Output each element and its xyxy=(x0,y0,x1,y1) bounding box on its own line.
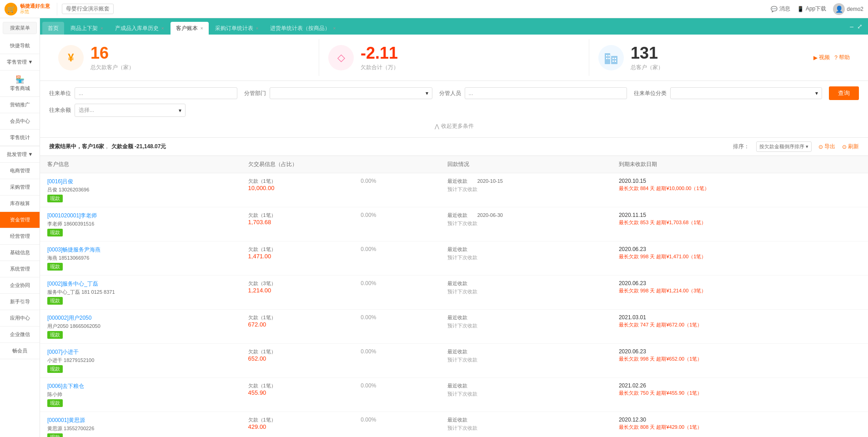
card-label-total-debt: 欠款合计（万） xyxy=(361,64,399,71)
sidebar-item-finance[interactable]: 资金管理 xyxy=(0,212,40,228)
customer-name-6[interactable]: [0006]去下粮仓 xyxy=(47,382,234,390)
tab-production-close[interactable]: × xyxy=(161,26,164,31)
filter-area: 往来单位 ... 分管部门 ▾ 分管人员 xyxy=(40,81,868,138)
tab-production[interactable]: 产成品入库单历史 × xyxy=(110,22,170,35)
card-number-debt-customers: 16 xyxy=(90,44,134,63)
tab-incoming[interactable]: 进货单统计表（按商品） × xyxy=(265,22,341,35)
overdue-days-3[interactable]: 最长欠款 998 天 超期¥1,214.00（3笔） xyxy=(619,287,861,294)
customer-name-3[interactable]: [0002]服务中心_丁磊 xyxy=(47,280,234,288)
unit-category-input[interactable]: ▾ xyxy=(670,87,822,99)
debt-amount-2[interactable]: 1,471.00 xyxy=(248,253,337,260)
sidebar-item-enterprise[interactable]: 企业协同 xyxy=(0,277,40,294)
manager-input[interactable]: ... xyxy=(465,87,627,99)
filter-btn-area: 查询 xyxy=(829,86,859,100)
help-btn[interactable]: ? 帮助 xyxy=(834,54,850,61)
org-selector[interactable]: 母婴行业演示账套 xyxy=(62,4,114,14)
top-bar: 🛒 畅捷通好生意 示范 母婴行业演示账套 💬 消息 📱 App下载 👤 xyxy=(0,0,868,18)
refresh-btn[interactable]: ⊙ 刷新 xyxy=(842,143,859,151)
debt-amount-0[interactable]: 10,000.00 xyxy=(248,185,337,191)
recent-pay-4: 最近收款 xyxy=(447,314,604,321)
customer-name-0[interactable]: [0016]吕俊 xyxy=(47,178,234,186)
top-bar-left: 🛒 畅捷通好生意 示范 母婴行业演示账套 xyxy=(5,3,114,15)
debt-amount-3[interactable]: 1,214.00 xyxy=(248,287,337,294)
cell-due-date-4: 2021.03.01 最长欠款 747 天 超期¥672.00（1笔） xyxy=(612,310,868,344)
sidebar-item-quick-nav[interactable]: 快捷导航 xyxy=(0,38,40,54)
dept-input[interactable]: ▾ xyxy=(270,87,432,99)
customer-name-2[interactable]: [0003]畅捷服务尹海燕 xyxy=(47,246,234,254)
sidebar-item-system[interactable]: 系统管理 xyxy=(0,261,40,277)
from-unit-input[interactable]: ... xyxy=(75,87,237,99)
debt-count-0: 欠款（1笔） xyxy=(248,178,337,185)
customer-name-4[interactable]: [000002]用户2050 xyxy=(47,314,234,322)
tab-purchase[interactable]: 采购订单统计表 × xyxy=(210,22,264,35)
balance-input[interactable]: 选择... ▾ xyxy=(75,104,186,117)
customer-tag-7: 现款 xyxy=(47,433,63,437)
user-avatar-btn[interactable]: 👤 demo2 xyxy=(833,3,863,15)
query-button[interactable]: 查询 xyxy=(829,86,859,100)
svg-rect-9 xyxy=(615,60,616,62)
debt-amount-5[interactable]: 652.00 xyxy=(248,355,337,362)
sidebar-item-basic-info[interactable]: 基础信息 xyxy=(0,245,40,261)
tab-home[interactable]: 首页 xyxy=(42,22,64,35)
cell-debt-percent-5: 0.00% xyxy=(344,344,440,378)
tab-customer-close[interactable]: × xyxy=(201,26,203,31)
help-icon: ? xyxy=(834,55,838,61)
overdue-days-7[interactable]: 最长欠款 808 天 超期¥429.00（1笔） xyxy=(619,424,861,431)
debt-amount-4[interactable]: 672.00 xyxy=(248,321,337,328)
debt-amount-1[interactable]: 1,703.68 xyxy=(248,219,337,226)
sidebar-item-purchase[interactable]: 采购管理 xyxy=(0,179,40,196)
customer-table: 客户信息 欠交易信息（占比） 回款情况 到期未收款日期 [0016]吕俊 吕俊 … xyxy=(40,156,868,437)
main-layout: 搜索菜单 快捷导航 零售管理 ▼ 🏪 零售商城 营销推广 会员中心 零售统计 xyxy=(0,18,868,437)
app-download-btn[interactable]: 📱 App下载 xyxy=(797,5,826,13)
sidebar-item-apps[interactable]: 应用中心 xyxy=(0,310,40,326)
sort-selector[interactable]: 按欠款金额倒序排序 ▾ xyxy=(756,141,812,152)
sidebar-item-batch-mgmt[interactable]: 批发管理 ▼ xyxy=(0,146,40,163)
overdue-days-2[interactable]: 最长欠款 998 天 超期¥1,471.00（1笔） xyxy=(619,253,861,260)
video-help-btn[interactable]: ▶ 视频 xyxy=(813,54,830,61)
result-actions: 排序： 按欠款金额倒序排序 ▾ ⊙ 导出 ⊙ 刷新 xyxy=(733,141,859,152)
sidebar-item-wechat[interactable]: 企业微信 xyxy=(0,326,40,343)
export-btn[interactable]: ⊙ 导出 xyxy=(818,143,835,151)
overdue-date-1: 2020.11.15 xyxy=(619,212,861,218)
card-icon-money: ¥ xyxy=(58,45,84,70)
sidebar-item-retail-stats[interactable]: 零售统计 xyxy=(0,130,40,146)
tab-minimize-btn[interactable]: – xyxy=(850,23,853,30)
sidebar-item-inventory[interactable]: 库存核算 xyxy=(0,196,40,212)
overdue-days-4[interactable]: 最长欠款 747 天 超期¥672.00（1笔） xyxy=(619,321,861,328)
sidebar-item-retail-mgmt[interactable]: 零售管理 ▼ xyxy=(0,54,40,70)
filter-unit-category: 往来单位分类 ▾ xyxy=(634,87,822,99)
overdue-days-1[interactable]: 最长欠款 853 天 超期¥1,703.68（1笔） xyxy=(619,219,861,226)
tab-bar-actions: – ⤢ xyxy=(846,23,866,30)
cell-debt-percent-7: 0.00% xyxy=(344,412,440,437)
customer-name-5[interactable]: [0007]小进干 xyxy=(47,348,234,356)
sidebar-item-newbie[interactable]: 新手引导 xyxy=(0,294,40,310)
next-pay-1: 预计下次收款 xyxy=(447,220,604,227)
sidebar-item-operations[interactable]: 经营管理 xyxy=(0,228,40,245)
svg-rect-8 xyxy=(612,60,614,62)
overdue-days-0[interactable]: 最长欠款 884 天 超期¥10,000.00（1笔） xyxy=(619,185,861,192)
customer-phone-3: 服务中心_丁磊 181 0125 8371 xyxy=(47,289,234,296)
tab-expand-btn[interactable]: ⤢ xyxy=(857,23,863,30)
debt-count-1: 欠款（1笔） xyxy=(248,212,337,219)
overdue-days-5[interactable]: 最长欠款 998 天 超期¥652.00（1笔） xyxy=(619,356,861,362)
sidebar-item-marketing[interactable]: 营销推广 xyxy=(0,97,40,113)
tab-goods-close[interactable]: × xyxy=(100,26,103,31)
customer-name-1[interactable]: [0001020001]李老师 xyxy=(47,212,234,220)
tab-customer[interactable]: 客户账本 × xyxy=(171,22,209,35)
sidebar-item-member[interactable]: 会员中心 xyxy=(0,113,40,130)
messages-btn[interactable]: 💬 消息 xyxy=(771,5,790,13)
sidebar-item-retail-store[interactable]: 🏪 零售商城 xyxy=(0,70,40,97)
customer-name-7[interactable]: [000001]黄思源 xyxy=(47,417,234,424)
sidebar-item-vip[interactable]: 畅会员 xyxy=(0,343,40,359)
cell-repayment-7: 最近收款 预计下次收款 xyxy=(440,412,612,437)
tab-purchase-close[interactable]: × xyxy=(256,26,259,31)
search-menu-btn[interactable]: 搜索菜单 xyxy=(3,22,37,34)
collapse-filters-btn[interactable]: ⋀ 收起更多条件 xyxy=(435,122,474,130)
overdue-days-6[interactable]: 最长欠款 750 天 超期¥455.90（1笔） xyxy=(619,390,861,397)
debt-amount-7[interactable]: 429.00 xyxy=(248,423,337,430)
debt-amount-6[interactable]: 455.90 xyxy=(248,389,337,396)
sidebar-item-ecommerce[interactable]: 电商管理 xyxy=(0,163,40,179)
tab-incoming-close[interactable]: × xyxy=(333,26,336,31)
card-label-total-customers: 总客户（家） xyxy=(631,64,663,71)
tab-goods[interactable]: 商品上下架 × xyxy=(65,22,109,35)
